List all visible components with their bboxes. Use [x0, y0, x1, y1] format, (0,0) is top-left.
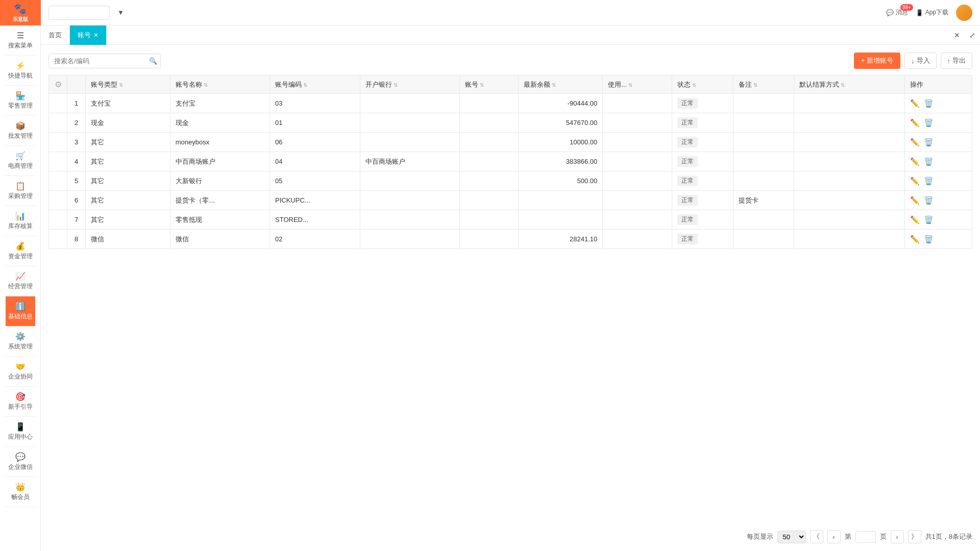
row-bank	[360, 191, 459, 210]
delete-icon[interactable]: 🗑️	[924, 118, 934, 128]
sidebar-item-search-menu[interactable]: ☰搜索菜单	[6, 26, 35, 56]
row-code: STORED...	[270, 210, 360, 230]
sort-icon-status: ⇅	[692, 82, 696, 88]
edit-icon[interactable]: ✏️	[910, 99, 920, 108]
sidebar-label-retail-mgmt: 零售管理	[8, 102, 33, 109]
import-button[interactable]: ↓ 导入	[904, 53, 937, 69]
table-row: 4 其它 中百商场账户 04 中百商场账户 383866.00 正常 ✏️ 🗑️	[49, 152, 972, 171]
row-balance: 500.00	[518, 171, 603, 191]
accounts-table: ⚙ 账号类型⇅ 账号名称⇅ 账号编码⇅ 开户银行⇅ 账号⇅ 最新余额⇅ 使用..…	[48, 75, 972, 249]
edit-icon[interactable]: ✏️	[910, 157, 920, 166]
search-icon[interactable]: 🔍	[145, 57, 161, 65]
delete-icon[interactable]: 🗑️	[924, 215, 934, 224]
prev-page-button[interactable]: ‹	[827, 530, 841, 543]
last-page-button[interactable]: 》	[908, 530, 921, 543]
edit-icon[interactable]: ✏️	[910, 118, 920, 128]
col-status[interactable]: 状态⇅	[672, 76, 733, 94]
sidebar-icon-app-center: 📱	[8, 422, 33, 432]
message-button[interactable]: 💬 消息 99+	[886, 8, 908, 17]
col-balance[interactable]: 最新余额⇅	[518, 76, 603, 94]
row-actions: ✏️ 🗑️	[904, 152, 972, 171]
main-container: ▼ 💬 消息 99+ 📱 App下载 首页账号 ✕ ✕ ⤢	[41, 0, 980, 551]
row-type: 现金	[86, 113, 170, 133]
next-page-button[interactable]: ›	[891, 530, 904, 543]
delete-icon[interactable]: 🗑️	[924, 138, 934, 147]
export-icon: ↑	[947, 57, 951, 65]
sidebar-label-search-menu: 搜索菜单	[8, 42, 33, 49]
sidebar-item-ecommerce-mgmt[interactable]: 🛒电商管理	[6, 146, 35, 176]
sidebar-item-basic-info[interactable]: ℹ️基础信息	[6, 296, 35, 327]
export-button[interactable]: ↑ 导出	[941, 53, 973, 69]
edit-icon[interactable]: ✏️	[910, 235, 920, 244]
row-default-settlement	[794, 113, 904, 133]
row-usage	[603, 113, 672, 133]
page-number-input[interactable]: 1	[855, 531, 876, 543]
row-account-no	[460, 152, 518, 171]
col-usage[interactable]: 使用...⇅	[603, 76, 672, 94]
row-notes	[733, 113, 794, 133]
content-toolbar: 🔍 + 新增账号 ↓ 导入 ↑ 导出	[48, 53, 972, 69]
sidebar-label-finance-mgmt: 资金管理	[8, 253, 33, 260]
close-tab-button[interactable]: ✕	[949, 26, 965, 45]
row-balance	[518, 191, 603, 210]
delete-icon[interactable]: 🗑️	[924, 177, 934, 186]
delete-icon[interactable]: 🗑️	[924, 196, 934, 205]
sidebar-item-enterprise-agreement[interactable]: 🤝企业协同	[6, 357, 35, 387]
sidebar-item-inventory[interactable]: 📊库存核算	[6, 206, 35, 236]
delete-icon[interactable]: 🗑️	[924, 235, 934, 244]
col-default-settlement[interactable]: 默认结算方式⇅	[794, 76, 904, 94]
col-account-code[interactable]: 账号编码⇅	[270, 76, 360, 94]
sidebar-item-vip-member[interactable]: 👑畅会员	[6, 477, 35, 507]
app-download-button[interactable]: 📱 App下载	[916, 8, 948, 17]
topbar-search-input[interactable]	[48, 6, 110, 20]
col-account-no[interactable]: 账号⇅	[460, 76, 518, 94]
app-sub-name: 乐意版	[13, 16, 28, 23]
edit-icon[interactable]: ✏️	[910, 177, 920, 186]
col-bank[interactable]: 开户银行⇅	[360, 76, 459, 94]
row-balance: -90444.00	[518, 94, 603, 113]
row-usage	[603, 152, 672, 171]
row-settings-cell	[49, 152, 67, 171]
table-row: 7 其它 零售抵现 STORED... 正常 ✏️ 🗑️	[49, 210, 972, 230]
pagination-bar: 每页显示 50 20 100 《 ‹ 第 1 页 › 》 共1页，8条记录	[747, 530, 972, 543]
status-badge: 正常	[677, 234, 698, 244]
tab-accounts[interactable]: 账号 ✕	[70, 26, 107, 45]
tab-home[interactable]: 首页	[41, 26, 70, 45]
row-balance: 383866.00	[518, 152, 603, 171]
search-input[interactable]	[49, 54, 145, 68]
sidebar-item-quick-nav[interactable]: ⚡快捷导航	[6, 56, 35, 86]
row-default-settlement	[794, 191, 904, 210]
sidebar-item-enterprise-wechat[interactable]: 💬企业微信	[6, 447, 35, 477]
delete-icon[interactable]: 🗑️	[924, 99, 934, 108]
settings-icon[interactable]: ⚙	[55, 80, 62, 89]
sidebar-item-finance-mgmt[interactable]: 💰资金管理	[6, 236, 35, 266]
row-actions: ✏️ 🗑️	[904, 210, 972, 230]
sidebar-item-purchase-mgmt[interactable]: 📋采购管理	[6, 176, 35, 206]
edit-icon[interactable]: ✏️	[910, 138, 920, 147]
sidebar-item-wholesale-mgmt[interactable]: 📦批发管理	[6, 116, 35, 146]
col-account-name[interactable]: 账号名称⇅	[170, 76, 270, 94]
tab-close-accounts[interactable]: ✕	[93, 32, 99, 39]
sidebar-item-ops-mgmt[interactable]: 📈经营管理	[6, 266, 35, 296]
sidebar-item-new-guide[interactable]: 🎯新手引导	[6, 387, 35, 417]
row-index: 2	[67, 113, 86, 133]
sidebar-item-sys-mgmt[interactable]: ⚙️系统管理	[6, 327, 35, 357]
row-actions: ✏️ 🗑️	[904, 171, 972, 191]
row-settings-cell	[49, 133, 67, 152]
import-icon: ↓	[911, 57, 915, 65]
user-avatar[interactable]	[956, 5, 972, 21]
row-status: 正常	[672, 133, 733, 152]
edit-icon[interactable]: ✏️	[910, 196, 920, 205]
sidebar-item-retail-mgmt[interactable]: 🏪零售管理	[6, 86, 35, 116]
edit-icon[interactable]: ✏️	[910, 215, 920, 224]
sidebar-item-app-center[interactable]: 📱应用中心	[6, 417, 35, 447]
col-account-type[interactable]: 账号类型⇅	[86, 76, 170, 94]
topbar-dropdown[interactable]: ▼	[117, 9, 124, 16]
col-notes[interactable]: 备注⇅	[733, 76, 794, 94]
add-account-button[interactable]: + 新增账号	[854, 53, 900, 69]
first-page-button[interactable]: 《	[810, 530, 823, 543]
per-page-select[interactable]: 50 20 100	[777, 531, 806, 543]
delete-icon[interactable]: 🗑️	[924, 157, 934, 166]
sidebar-label-enterprise-wechat: 企业微信	[8, 463, 33, 470]
maximize-button[interactable]: ⤢	[965, 26, 980, 45]
